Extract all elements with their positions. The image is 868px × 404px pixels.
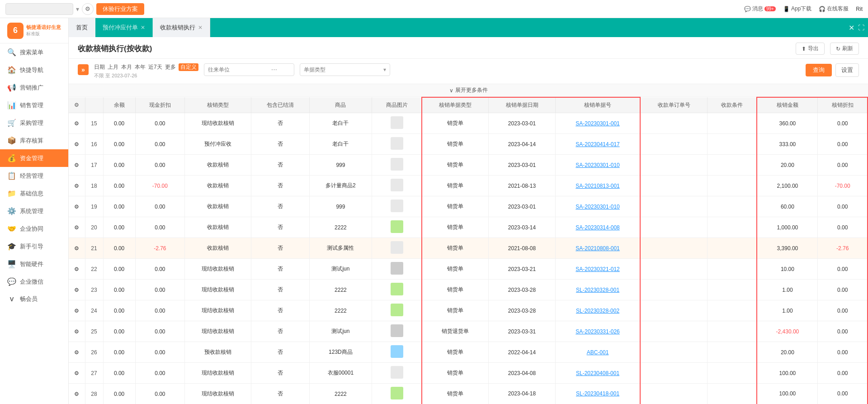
tab-collection-close[interactable]: ✕: [198, 24, 203, 31]
cell-verify-amount: 1.00: [757, 280, 817, 300]
cell-settings[interactable]: ⚙: [69, 134, 85, 155]
date-range: 不限 至 2023-07-26: [94, 72, 198, 79]
cell-settings[interactable]: ⚙: [69, 384, 85, 404]
voucher-type-dropdown[interactable]: ▾: [383, 67, 386, 73]
partner-filter[interactable]: ···: [204, 63, 294, 76]
voucher-type-filter[interactable]: ▾: [300, 63, 390, 76]
industry-btn[interactable]: 休验行业方案: [96, 3, 144, 15]
cell-verify-discount: 0.00: [818, 384, 868, 404]
date-this-year[interactable]: 本年: [135, 63, 146, 71]
sidebar-item-wechat[interactable]: 💬 企业微信: [0, 273, 68, 290]
cell-collection-order: [640, 176, 707, 196]
cell-settings[interactable]: ⚙: [69, 176, 85, 196]
cell-verify-amount: 20.00: [757, 155, 817, 176]
sidebar-item-sales[interactable]: 📊 销售管理: [0, 96, 68, 114]
sidebar-item-guide[interactable]: 🎓 新手引导: [0, 238, 68, 255]
voucher-type-input[interactable]: [304, 67, 383, 73]
cell-settings[interactable]: ⚙: [69, 113, 85, 134]
page-header: 收款核销执行(按收款) ⬆ 导出 ↻ 刷新: [69, 37, 868, 59]
partner-input[interactable]: [208, 67, 271, 73]
sidebar-label-member: 畅会员: [20, 295, 38, 303]
sidebar-item-system[interactable]: ⚙️ 系统管理: [0, 202, 68, 220]
cell-settings[interactable]: ⚙: [69, 217, 85, 238]
cell-verify-no[interactable]: SA-20210813-001: [555, 176, 640, 196]
cell-verify-date: 2023-03-28: [489, 280, 555, 300]
sidebar-item-hardware[interactable]: 🖥️ 智能硬件: [0, 255, 68, 273]
cell-settings[interactable]: ⚙: [69, 321, 85, 342]
tab-home[interactable]: 首页: [69, 18, 95, 37]
export-btn[interactable]: ⬆ 导出: [796, 43, 825, 55]
cell-verify-doc-type: 销货单: [422, 155, 489, 176]
sidebar-item-purchase[interactable]: 🛒 采购管理: [0, 114, 68, 132]
cell-verify-no[interactable]: SL-20230328-001: [555, 280, 640, 300]
sidebar-item-operations[interactable]: 📋 经营管理: [0, 167, 68, 185]
cell-include-settled: 否: [251, 342, 309, 363]
cell-verify-no[interactable]: SA-20230414-017: [555, 134, 640, 155]
cell-verify-no[interactable]: SA-20210808-001: [555, 238, 640, 259]
sidebar-item-quick[interactable]: 🏠 快捷导航: [0, 61, 68, 79]
close-window-btn[interactable]: ✕: [849, 24, 854, 32]
col-verify-no: 核销单据号: [555, 97, 640, 113]
cell-verify-doc-type: 销货单: [422, 259, 489, 280]
home-icon: 🏠: [7, 66, 16, 74]
cell-rownum: 19: [85, 196, 103, 217]
cell-settings[interactable]: ⚙: [69, 363, 85, 384]
online-service-btn[interactable]: 🎧 在线客服: [819, 5, 849, 13]
cell-product: 2222: [309, 384, 372, 404]
cell-settings[interactable]: ⚙: [69, 155, 85, 176]
sidebar-item-basic[interactable]: 📁 基础信息: [0, 185, 68, 202]
message-btn[interactable]: 💬 消息 99+: [744, 5, 776, 13]
cell-verify-no[interactable]: SA-20230331-026: [555, 321, 640, 342]
col-verify-doc-type: 核销单据类型: [422, 97, 489, 113]
top-bar-search-area[interactable]: [5, 3, 73, 15]
sidebar-item-search[interactable]: 🔍 搜索菜单: [0, 43, 68, 61]
cell-settings[interactable]: ⚙: [69, 259, 85, 280]
tab-prepaid[interactable]: 预付冲应付单 ✕: [95, 18, 153, 37]
setting-btn[interactable]: 设置: [835, 63, 859, 77]
sidebar-item-finance[interactable]: 💰 资金管理: [0, 149, 68, 167]
app-download-btn[interactable]: 📱 App下载: [783, 5, 811, 13]
cell-settings[interactable]: ⚙: [69, 238, 85, 259]
dropdown-icon[interactable]: ▾: [76, 5, 79, 13]
cell-settings[interactable]: ⚙: [69, 300, 85, 321]
date-more[interactable]: 更多: [165, 63, 176, 71]
cell-verify-no[interactable]: SA-20230301-010: [555, 196, 640, 217]
settings-icon[interactable]: ⚙: [82, 3, 94, 15]
export-label: 导出: [808, 45, 819, 52]
expand-more-btn[interactable]: ∨ 展开更多条件: [449, 86, 488, 94]
logo-icon: 6: [7, 23, 24, 39]
sidebar-item-corp[interactable]: 🤝 企业协同: [0, 220, 68, 238]
cell-rownum: 20: [85, 217, 103, 238]
filter-expand-btn[interactable]: »: [78, 64, 89, 75]
cell-verify-date: 2023-04-18: [489, 384, 555, 404]
maximize-btn[interactable]: ⛶: [858, 24, 864, 31]
date-last-month[interactable]: 上月: [108, 63, 118, 71]
refresh-btn[interactable]: ↻ 刷新: [830, 43, 859, 55]
cell-verify-no[interactable]: SL-20230328-002: [555, 300, 640, 321]
cell-verify-date: 2023-04-08: [489, 363, 555, 384]
cell-verify-no[interactable]: SA-20230301-010: [555, 155, 640, 176]
sidebar-item-member[interactable]: V 畅会员: [0, 290, 68, 308]
cell-cash-discount: 0.00: [135, 196, 184, 217]
cell-verify-no[interactable]: SL-20230418-001: [555, 384, 640, 404]
col-settings[interactable]: ⚙: [69, 97, 85, 113]
cell-verify-no[interactable]: ABC-001: [555, 342, 640, 363]
cell-balance: 0.00: [103, 342, 135, 363]
search-btn[interactable]: 查询: [806, 64, 832, 76]
cell-verify-no[interactable]: SA-20230314-008: [555, 217, 640, 238]
cell-verify-no[interactable]: SA-20230321-012: [555, 259, 640, 280]
date-7days[interactable]: 近7天: [148, 63, 162, 71]
sidebar-item-marketing[interactable]: 📢 营销推广: [0, 79, 68, 96]
date-custom[interactable]: 自定义: [179, 63, 198, 71]
cell-settings[interactable]: ⚙: [69, 196, 85, 217]
tab-prepaid-close[interactable]: ✕: [141, 24, 145, 31]
date-this-month[interactable]: 本月: [121, 63, 132, 71]
sidebar-item-inventory[interactable]: 📦 库存核算: [0, 132, 68, 149]
cell-collection-order: [640, 217, 707, 238]
cell-settings[interactable]: ⚙: [69, 280, 85, 300]
page-header-actions: ⬆ 导出 ↻ 刷新: [796, 43, 859, 55]
tab-collection[interactable]: 收款核销执行 ✕: [153, 18, 210, 37]
cell-settings[interactable]: ⚙: [69, 342, 85, 363]
cell-verify-no[interactable]: SA-20230301-001: [555, 113, 640, 134]
cell-verify-no[interactable]: SL-20230408-001: [555, 363, 640, 384]
